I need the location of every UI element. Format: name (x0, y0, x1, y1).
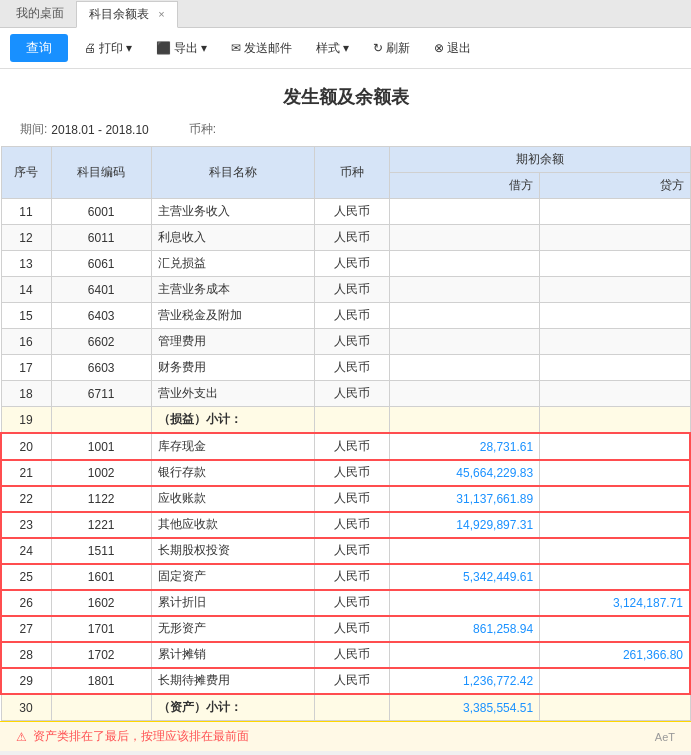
cell-currency: 人民币 (314, 199, 389, 225)
cell-code (51, 407, 151, 434)
cell-name: 财务费用 (151, 355, 314, 381)
cell-debit: 1,236,772.42 (389, 668, 539, 695)
header-opening-balance: 期初余额 (389, 147, 690, 173)
tab-bar: 我的桌面 科目余额表 × (0, 0, 691, 28)
cell-credit: 261,366.80 (540, 642, 690, 668)
font-label: AeT (655, 731, 675, 743)
cell-credit (540, 616, 690, 642)
cell-code: 6011 (51, 225, 151, 251)
cell-name: 库存现金 (151, 433, 314, 460)
table-row: 15 6403 营业税金及附加 人民币 (1, 303, 690, 329)
report-meta: 期间: 2018.01 - 2018.10 币种: (0, 117, 691, 146)
export-dropdown-icon: ▾ (201, 41, 207, 55)
cell-debit: 5,342,449.61 (389, 564, 539, 590)
header-seq: 序号 (1, 147, 51, 199)
print-button[interactable]: 🖨 打印 ▾ (76, 36, 140, 61)
table-row: 16 6602 管理费用 人民币 (1, 329, 690, 355)
tip-text: 资产类排在了最后，按理应该排在最前面 (33, 728, 249, 745)
cell-credit (540, 407, 690, 434)
cell-debit: 31,137,661.89 (389, 486, 539, 512)
cell-code (51, 694, 151, 721)
cell-currency: 人民币 (314, 512, 389, 538)
header-name: 科目名称 (151, 147, 314, 199)
cell-currency: 人民币 (314, 225, 389, 251)
header-credit: 贷方 (540, 173, 690, 199)
style-dropdown-icon: ▾ (343, 41, 349, 55)
cell-credit (540, 694, 690, 721)
table-row: 19 （损益）小计： (1, 407, 690, 434)
email-button[interactable]: ✉ 发送邮件 (223, 36, 300, 61)
cell-debit (389, 303, 539, 329)
table-row: 14 6401 主营业务成本 人民币 (1, 277, 690, 303)
bottom-tip: ⚠ 资产类排在了最后，按理应该排在最前面 AeT (0, 721, 691, 751)
cell-code: 6603 (51, 355, 151, 381)
cell-credit (540, 225, 690, 251)
cell-seq: 14 (1, 277, 51, 303)
cell-currency: 人民币 (314, 355, 389, 381)
cell-seq: 18 (1, 381, 51, 407)
cell-seq: 23 (1, 512, 51, 538)
cell-debit: 861,258.94 (389, 616, 539, 642)
currency-label: 币种: (189, 121, 216, 138)
cell-name: 利息收入 (151, 225, 314, 251)
cell-credit (540, 668, 690, 695)
table-row: 29 1801 长期待摊费用 人民币 1,236,772.42 (1, 668, 690, 695)
cell-currency: 人民币 (314, 303, 389, 329)
cell-code: 1511 (51, 538, 151, 564)
cell-seq: 13 (1, 251, 51, 277)
cell-debit: 3,385,554.51 (389, 694, 539, 721)
export-button[interactable]: ⬛ 导出 ▾ (148, 36, 215, 61)
period-value: 2018.01 - 2018.10 (51, 123, 148, 137)
period-meta: 期间: 2018.01 - 2018.10 (20, 121, 149, 138)
table-row: 18 6711 营业外支出 人民币 (1, 381, 690, 407)
tab-subject-balance[interactable]: 科目余额表 × (76, 1, 178, 28)
table-row: 25 1601 固定资产 人民币 5,342,449.61 (1, 564, 690, 590)
refresh-button[interactable]: ↻ 刷新 (365, 36, 418, 61)
cell-debit (389, 251, 539, 277)
cell-seq: 25 (1, 564, 51, 590)
report-title: 发生额及余额表 (0, 85, 691, 109)
tab-close-icon[interactable]: × (158, 8, 164, 20)
cell-currency: 人民币 (314, 277, 389, 303)
cell-currency: 人民币 (314, 642, 389, 668)
style-button[interactable]: 样式 ▾ (308, 36, 357, 61)
cell-debit: 14,929,897.31 (389, 512, 539, 538)
cell-code: 1702 (51, 642, 151, 668)
cell-name: （损益）小计： (151, 407, 314, 434)
cell-currency: 人民币 (314, 381, 389, 407)
cell-debit (389, 199, 539, 225)
cell-seq: 15 (1, 303, 51, 329)
cell-credit: 3,124,187.71 (540, 590, 690, 616)
cell-credit (540, 381, 690, 407)
refresh-icon: ↻ (373, 41, 383, 55)
cell-name: 其他应收款 (151, 512, 314, 538)
cell-name: 累计摊销 (151, 642, 314, 668)
cell-seq: 17 (1, 355, 51, 381)
cell-currency (314, 407, 389, 434)
cell-currency: 人民币 (314, 329, 389, 355)
cell-debit (389, 538, 539, 564)
cell-code: 6711 (51, 381, 151, 407)
tab-desktop[interactable]: 我的桌面 (4, 1, 76, 26)
export-icon: ⬛ (156, 41, 171, 55)
table-header-row: 序号 科目编码 科目名称 币种 期初余额 (1, 147, 690, 173)
cell-name: 主营业务收入 (151, 199, 314, 225)
table-row: 24 1511 长期股权投资 人民币 (1, 538, 690, 564)
cell-seq: 20 (1, 433, 51, 460)
query-button[interactable]: 查询 (10, 34, 68, 62)
cell-name: 累计折旧 (151, 590, 314, 616)
cell-seq: 30 (1, 694, 51, 721)
cell-currency: 人民币 (314, 251, 389, 277)
cell-code: 6061 (51, 251, 151, 277)
exit-button[interactable]: ⊗ 退出 (426, 36, 479, 61)
table-row: 28 1702 累计摊销 人民币 261,366.80 (1, 642, 690, 668)
cell-seq: 22 (1, 486, 51, 512)
table-row: 11 6001 主营业务收入 人民币 (1, 199, 690, 225)
cell-currency: 人民币 (314, 538, 389, 564)
cell-name: 长期待摊费用 (151, 668, 314, 695)
warning-icon: ⚠ (16, 730, 27, 744)
print-icon: 🖨 (84, 41, 96, 55)
table-row: 20 1001 库存现金 人民币 28,731.61 (1, 433, 690, 460)
cell-debit (389, 590, 539, 616)
cell-name: 长期股权投资 (151, 538, 314, 564)
